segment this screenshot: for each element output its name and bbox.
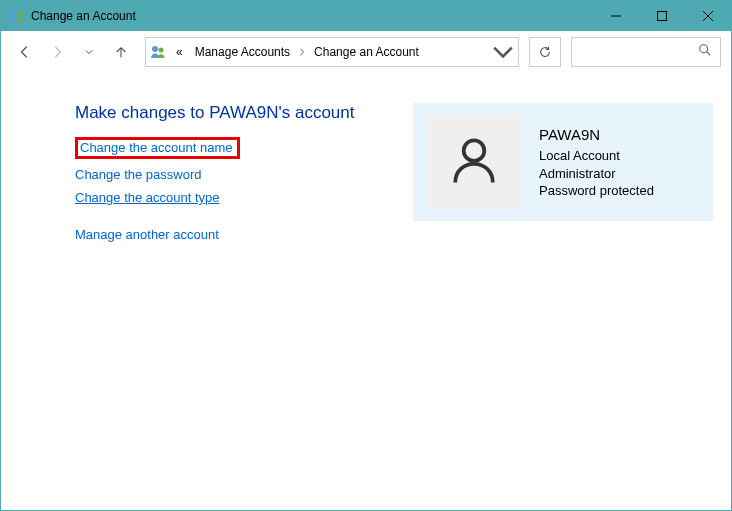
account-password-status: Password protected: [539, 182, 654, 200]
minimize-button[interactable]: [593, 1, 639, 31]
svg-point-0: [11, 10, 17, 16]
address-bar[interactable]: « Manage Accounts Change an Account: [145, 37, 519, 67]
content-area: Make changes to PAWA9N's account Change …: [1, 73, 731, 242]
right-column: PAWA9N Local Account Administrator Passw…: [413, 103, 713, 242]
address-prefix: «: [172, 43, 187, 61]
forward-button[interactable]: [43, 38, 71, 66]
svg-rect-3: [658, 12, 667, 21]
chevron-down-icon[interactable]: [492, 41, 514, 63]
link-change-account-name[interactable]: Change the account name: [80, 140, 233, 155]
maximize-button[interactable]: [639, 1, 685, 31]
avatar: [427, 115, 521, 209]
highlight-box: Change the account name: [75, 137, 240, 159]
close-button[interactable]: [685, 1, 731, 31]
account-name: PAWA9N: [539, 125, 654, 145]
search-input[interactable]: [571, 37, 721, 67]
svg-point-6: [152, 46, 158, 52]
account-card[interactable]: PAWA9N Local Account Administrator Passw…: [413, 103, 713, 221]
svg-point-10: [464, 140, 485, 161]
svg-point-7: [159, 48, 164, 53]
left-column: Make changes to PAWA9N's account Change …: [75, 103, 354, 242]
account-info: PAWA9N Local Account Administrator Passw…: [539, 115, 654, 200]
back-button[interactable]: [11, 38, 39, 66]
recent-locations-button[interactable]: [75, 38, 103, 66]
person-icon: [444, 130, 504, 194]
link-change-account-type[interactable]: Change the account type: [75, 190, 220, 205]
address-seg-manage-accounts[interactable]: Manage Accounts: [191, 43, 294, 61]
address-seg-change-account[interactable]: Change an Account: [310, 43, 423, 61]
chevron-right-icon[interactable]: [298, 45, 306, 59]
user-accounts-icon: [9, 8, 25, 24]
user-accounts-icon: [150, 44, 166, 60]
refresh-button[interactable]: [529, 37, 561, 67]
svg-point-8: [700, 45, 708, 53]
svg-line-9: [707, 52, 711, 56]
up-button[interactable]: [107, 38, 135, 66]
window-title: Change an Account: [31, 9, 136, 23]
search-icon: [698, 43, 712, 61]
link-change-password[interactable]: Change the password: [75, 167, 201, 182]
account-role: Administrator: [539, 165, 654, 183]
svg-point-1: [18, 12, 23, 17]
title-bar: Change an Account: [1, 1, 731, 31]
account-type: Local Account: [539, 147, 654, 165]
page-heading: Make changes to PAWA9N's account: [75, 103, 354, 123]
link-manage-another-account[interactable]: Manage another account: [75, 227, 219, 242]
action-links: Change the account name Change the passw…: [75, 137, 354, 242]
nav-bar: « Manage Accounts Change an Account: [1, 31, 731, 73]
